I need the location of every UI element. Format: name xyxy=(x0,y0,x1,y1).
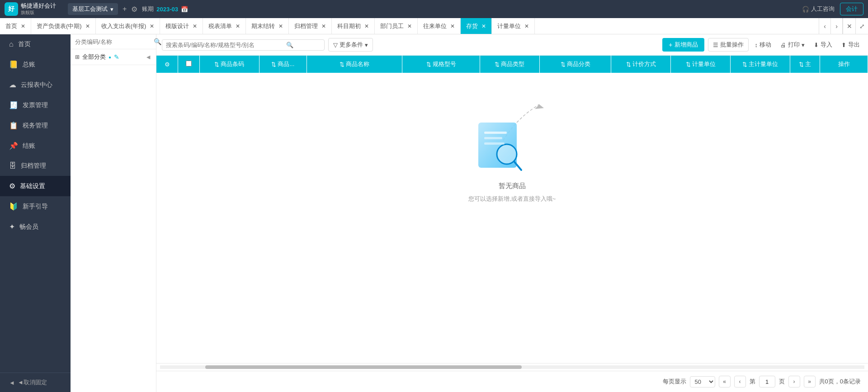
sidebar-unpin[interactable]: ◄ ◄取消固定 xyxy=(0,373,71,392)
page-next-button[interactable]: › xyxy=(788,376,800,387)
sidebar-item-settings[interactable]: ⚙ 基础设置 xyxy=(0,176,71,196)
th-checkbox[interactable] xyxy=(178,56,200,73)
grid-icon: ⊞ xyxy=(75,54,80,60)
th-barcode[interactable]: ⇅ 商品条码 xyxy=(199,56,259,73)
th-code[interactable]: ⇅ 商品... xyxy=(259,56,307,73)
sidebar-item-tax[interactable]: 📋 税务管理 xyxy=(0,115,71,136)
company-selector[interactable]: 基层工会测试 ▾ xyxy=(68,3,118,15)
tab-close-all-btn[interactable]: ✕ xyxy=(843,18,855,34)
tab-template[interactable]: 模版设计 ✕ xyxy=(160,18,203,34)
tab-dept-close[interactable]: ✕ xyxy=(407,23,412,29)
tab-template-close[interactable]: ✕ xyxy=(193,23,197,29)
tab-subject[interactable]: 科目期初 ✕ xyxy=(332,18,375,34)
th-unit[interactable]: ⇅ 计量单位 xyxy=(671,56,731,73)
tab-tax-close[interactable]: ✕ xyxy=(236,23,240,29)
tab-period-end-close[interactable]: ✕ xyxy=(278,23,283,29)
tab-inventory[interactable]: 存货 ✕ xyxy=(461,18,492,34)
home-icon: ⌂ xyxy=(9,40,14,48)
tab-period-end[interactable]: 期末结转 ✕ xyxy=(246,18,289,34)
category-edit-icon[interactable]: ✎ xyxy=(114,53,119,61)
page-label: 第 xyxy=(750,378,755,386)
calendar-icon[interactable]: 📅 xyxy=(181,6,188,13)
tab-archive[interactable]: 归档管理 ✕ xyxy=(289,18,332,34)
print-button[interactable]: 🖨 打印 ▾ xyxy=(778,38,807,51)
sidebar-checkout-label: 结账 xyxy=(23,142,35,150)
sidebar-item-home[interactable]: ⌂ 首页 xyxy=(0,34,71,54)
move-label: 移动 xyxy=(760,41,771,49)
sidebar-item-ledger[interactable]: 📒 总账 xyxy=(0,54,71,75)
app-title: 畅捷通好会计 xyxy=(21,2,56,9)
th-spec[interactable]: ⇅ 规格型号 xyxy=(402,56,480,73)
tab-home[interactable]: 首页 ✕ xyxy=(0,18,31,34)
sidebar-vip-label: 畅会员 xyxy=(19,223,38,231)
tab-unit-close[interactable]: ✕ xyxy=(524,23,529,29)
th-price-sort-icon: ⇅ xyxy=(626,61,631,68)
product-search-input[interactable] xyxy=(166,42,283,48)
th-name[interactable]: ⇅ 商品名称 xyxy=(307,56,402,73)
batch-operation-button[interactable]: ☰ 批量操作 xyxy=(708,38,749,52)
tab-expand-btn[interactable]: ⤢ xyxy=(855,18,868,34)
tab-unit[interactable]: 计量单位 ✕ xyxy=(492,18,535,34)
gear-icon[interactable]: ⚙ xyxy=(165,61,170,68)
move-button[interactable]: ↕ 移动 xyxy=(752,38,774,51)
tab-balance-close[interactable]: ✕ xyxy=(85,23,90,29)
sidebar-item-guide[interactable]: 🔰 新手引导 xyxy=(0,196,71,217)
tab-tax[interactable]: 税表清单 ✕ xyxy=(203,18,246,34)
page-size-select[interactable]: 50 100 200 xyxy=(690,376,715,387)
tab-dept[interactable]: 部门员工 ✕ xyxy=(375,18,418,34)
th-class[interactable]: ⇅ 商品分类 xyxy=(539,56,611,73)
scrollbar-thumb[interactable] xyxy=(205,365,522,369)
account-button[interactable]: 会计 xyxy=(840,3,863,15)
th-class-label: 商品分类 xyxy=(567,60,590,68)
product-search-icon[interactable]: 🔍 xyxy=(286,42,293,48)
pagination-bar: 每页显示 50 100 200 « ‹ 第 页 xyxy=(156,371,868,392)
sidebar-item-archive[interactable]: 🗄 归档管理 xyxy=(0,156,71,176)
tab-next-btn[interactable]: › xyxy=(831,18,843,34)
th-price-method[interactable]: ⇅ 计价方式 xyxy=(611,56,671,73)
tab-inventory-close[interactable]: ✕ xyxy=(481,23,486,29)
th-gear[interactable]: ⚙ xyxy=(156,56,178,73)
category-search-input[interactable] xyxy=(75,38,151,45)
table-container: ⚙ ⇅ 商品条码 xyxy=(156,56,868,363)
tab-income-close[interactable]: ✕ xyxy=(150,23,154,29)
import-button[interactable]: ⬇ 导入 xyxy=(811,38,835,51)
main-layout: ⌂ 首页 📒 总账 ☁ 云报表中心 🧾 发票管理 📋 税务管理 📌 结账 🗄 归… xyxy=(0,34,868,392)
th-num3-label: 主 xyxy=(805,60,811,68)
horizontal-scrollbar[interactable] xyxy=(156,363,868,371)
th-barcode-label: 商品条码 xyxy=(221,60,244,68)
page-prev-button[interactable]: ‹ xyxy=(734,376,746,387)
settings-icon[interactable]: ⚙ xyxy=(131,5,137,14)
tab-balance[interactable]: 资产负债表(中期) ✕ xyxy=(31,18,96,34)
customer-service[interactable]: 🎧 人工咨询 xyxy=(802,5,835,13)
tab-income[interactable]: 收入支出表(年报) ✕ xyxy=(96,18,160,34)
sidebar-item-checkout[interactable]: 📌 结账 xyxy=(0,136,71,156)
tab-tax-label: 税表清单 xyxy=(208,22,232,30)
add-product-button[interactable]: + 新增商品 xyxy=(662,38,704,52)
th-num3[interactable]: ⇅ 主 xyxy=(790,56,820,73)
tab-partner-close[interactable]: ✕ xyxy=(450,23,455,29)
th-main-unit[interactable]: ⇅ 主计量单位 xyxy=(731,56,790,73)
export-button[interactable]: ⬆ 导出 xyxy=(839,38,863,51)
tab-archive-close[interactable]: ✕ xyxy=(321,23,326,29)
tab-home-close[interactable]: ✕ xyxy=(21,23,25,29)
select-all-checkbox[interactable] xyxy=(186,61,192,66)
th-code-sort-icon: ⇅ xyxy=(271,61,276,68)
batch-label: 批量操作 xyxy=(720,41,744,49)
page-first-button[interactable]: « xyxy=(719,376,731,387)
tab-partner[interactable]: 往来单位 ✕ xyxy=(418,18,461,34)
page-current-input[interactable] xyxy=(759,376,775,387)
category-collapse-icon[interactable]: ◄ xyxy=(145,53,151,61)
tab-prev-btn[interactable]: ‹ xyxy=(819,18,831,34)
add-tab-icon[interactable]: + xyxy=(123,5,127,13)
sidebar-item-cloud[interactable]: ☁ 云报表中心 xyxy=(0,75,71,95)
all-category-label[interactable]: 全部分类 xyxy=(82,53,106,61)
page-first-icon: « xyxy=(723,378,726,385)
page-last-button[interactable]: » xyxy=(804,376,816,387)
print-chevron-icon: ▾ xyxy=(802,42,805,48)
filter-button[interactable]: ▽ 更多条件 ▾ xyxy=(328,38,373,52)
th-type[interactable]: ⇅ 商品类型 xyxy=(480,56,539,73)
sidebar-item-invoice[interactable]: 🧾 发票管理 xyxy=(0,95,71,115)
sidebar-item-vip[interactable]: ✦ 畅会员 xyxy=(0,217,71,237)
category-header: ⊞ 全部分类 ● ✎ ◄ xyxy=(71,49,156,65)
tab-subject-close[interactable]: ✕ xyxy=(364,23,369,29)
